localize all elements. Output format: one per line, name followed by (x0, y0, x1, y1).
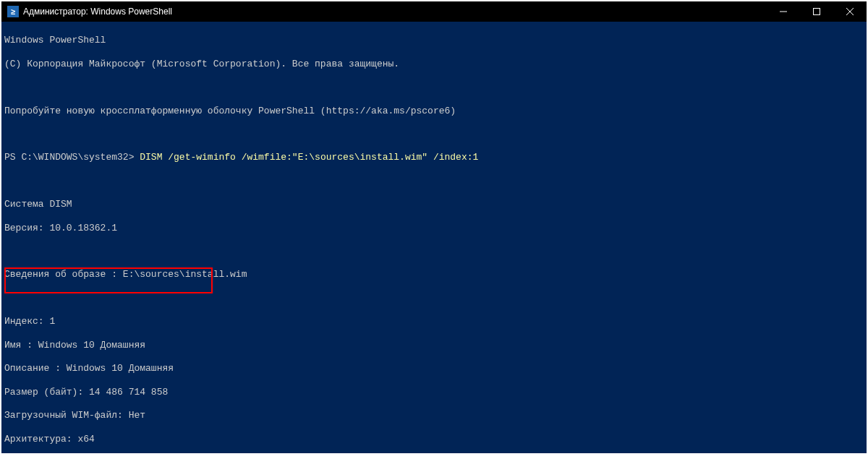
output-line: Индекс: 1 (4, 316, 864, 327)
output-line (4, 129, 864, 140)
output-line: Архитектура: x64 (4, 434, 864, 445)
maximize-button[interactable] (800, 1, 833, 22)
output-line (4, 82, 864, 93)
output-line: Сведения об образе : E:\sources\install.… (4, 269, 864, 280)
output-line: Имя : Windows 10 Домашняя (4, 340, 864, 351)
output-line: Cистема DISM (4, 199, 864, 210)
prompt-line: PS C:\WINDOWS\system32> DISM /get-wiminf… (4, 152, 864, 163)
powershell-window: ≥ Администратор: Windows PowerShell Wind… (1, 1, 867, 453)
command-text: DISM /get-wiminfo /wimfile:"E:\sources\i… (140, 152, 478, 163)
output-line (4, 293, 864, 304)
output-line: Попробуйте новую кроссплатформенную обол… (4, 106, 864, 117)
titlebar[interactable]: ≥ Администратор: Windows PowerShell (1, 1, 867, 22)
minimize-button[interactable] (767, 1, 800, 22)
output-line: Описание : Windows 10 Домашняя (4, 363, 864, 374)
output-line (4, 246, 864, 257)
powershell-icon: ≥ (7, 6, 19, 17)
window-controls (767, 1, 867, 22)
svg-rect-1 (814, 9, 820, 15)
window-title: Администратор: Windows PowerShell (23, 7, 767, 17)
close-button[interactable] (833, 1, 867, 22)
output-line: Размер (байт): 14 486 714 858 (4, 387, 864, 398)
output-line: Windows PowerShell (4, 35, 864, 46)
output-line: (C) Корпорация Майкрософт (Microsoft Cor… (4, 59, 864, 70)
output-line: Версия: 10.0.18362.1 (4, 223, 864, 234)
output-line: Загрузочный WIM-файл: Нет (4, 410, 864, 421)
output-line (4, 176, 864, 187)
terminal-output[interactable]: Windows PowerShell (C) Корпорация Майкро… (1, 22, 867, 453)
